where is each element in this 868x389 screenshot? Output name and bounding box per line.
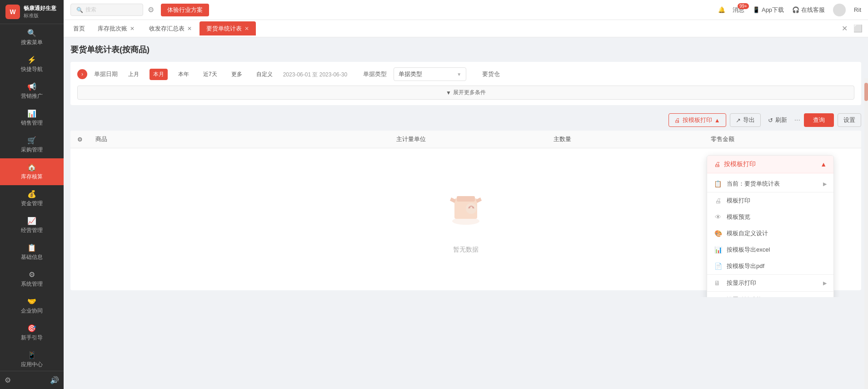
sidebar-item-finance[interactable]: 💰 资金管理 — [0, 185, 64, 212]
current-template-item[interactable]: 📋 当前：要货单统计表 ▶ — [707, 176, 833, 192]
sidebar-item-label: 采购管理 — [21, 146, 43, 154]
col-unit: 主计量单位 — [389, 135, 547, 143]
service-icon: 🎧 — [792, 6, 799, 13]
date-btn-prev-month[interactable]: 上月 — [125, 69, 143, 80]
megaphone-icon: 📢 — [27, 82, 36, 91]
display-chevron-icon: ▶ — [823, 280, 827, 286]
date-btn-last-7[interactable]: 近7天 — [200, 69, 221, 80]
tab-close-receipt-summary[interactable]: ✕ — [187, 25, 192, 32]
template-print-btn[interactable]: 🖨 按模板打印 ▲ — [668, 113, 726, 127]
template-print-dropdown: 🖨 按模板打印 ▲ 📋 当前：要货单统计表 ▶ — [707, 155, 834, 297]
notification-count: 99+ — [738, 3, 749, 9]
sidebar-item-search[interactable]: 🔍 搜索菜单 — [0, 24, 64, 51]
tab-close-inventory-batch[interactable]: ✕ — [130, 25, 135, 32]
online-service[interactable]: 🎧 在线客服 — [792, 6, 825, 14]
type-select[interactable]: 单据类型 ▼ — [394, 67, 466, 81]
settings-chevron-icon: ▶ — [823, 297, 827, 298]
dropdown-body: 📋 当前：要货单统计表 ▶ 🖨 模板打印 👁 — [707, 173, 833, 297]
window-controls: ✕ ⬜ — [839, 23, 863, 34]
dropdown-template-print[interactable]: 🖨 模板打印 — [707, 192, 833, 209]
home-icon: 🏠 — [27, 163, 36, 172]
export-btn[interactable]: ↗ 导出 — [730, 113, 761, 127]
sidebar-item-label: 搜索菜单 — [21, 39, 43, 46]
sidebar-item-sales[interactable]: 📊 销售管理 — [0, 105, 64, 131]
tab-close-order-stats[interactable]: ✕ — [244, 25, 249, 32]
query-type-label: 要货仓 — [482, 70, 500, 78]
query-btn[interactable]: 查询 — [804, 113, 834, 127]
trial-btn[interactable]: 体验行业方案 — [161, 4, 209, 16]
printer-icon: 🖨 — [674, 117, 680, 124]
dropdown-export-pdf[interactable]: 📄 按模板导出pdf — [707, 258, 833, 274]
sidebar-item-marketing[interactable]: 📢 营销推广 — [0, 78, 64, 105]
dropdown-item-label: 按模板导出excel — [727, 246, 770, 254]
sidebar-bottom: ⚙ 🔊 — [0, 371, 64, 389]
maximize-window-icon[interactable]: ⬜ — [853, 23, 863, 34]
tab-home[interactable]: 首页 — [68, 21, 90, 35]
sidebar-item-label: 经营管理 — [21, 227, 43, 234]
sidebar-item-inventory[interactable]: 🏠 库存核算 — [0, 158, 64, 185]
dropdown-template-preview[interactable]: 👁 模板预览 — [707, 209, 833, 225]
expand-label: 展开更多条件 — [453, 89, 486, 96]
date-label: 单据日期 — [94, 70, 118, 78]
settings-btn[interactable]: 设置 — [838, 113, 861, 127]
sidebar-item-label: 系统管理 — [21, 280, 43, 288]
topbar-search[interactable]: 🔍 搜索 — [70, 4, 143, 16]
filter-bar: › 单据日期 上月 本月 本年 近7天 更多 自定义 2023-06-01 至 … — [70, 62, 861, 105]
topbar-settings-icon[interactable]: ⚙ — [148, 5, 154, 14]
sidebar-item-newbie[interactable]: 🎯 新手引导 — [0, 319, 64, 346]
tab-receipt-summary[interactable]: 收发存汇总表 ✕ — [142, 21, 199, 35]
handshake-icon: 🤝 — [27, 297, 36, 306]
sidebar-item-label: 快捷导航 — [21, 66, 43, 73]
table-header: ⚙ 商品 主计量单位 主数量 零售金额 — [70, 131, 861, 148]
col-settings[interactable]: ⚙ — [70, 136, 89, 143]
filter-expand-row[interactable]: ▼ 展开更多条件 — [77, 86, 854, 100]
app-download[interactable]: 📱 App下载 — [753, 6, 784, 14]
sidebar-item-apps[interactable]: 📱 应用中心 — [0, 346, 64, 371]
date-btn-more[interactable]: 更多 — [228, 69, 246, 80]
logo-icon: W — [5, 5, 20, 19]
sidebar-item-basic[interactable]: 📋 基础信息 — [0, 239, 64, 266]
notification-area[interactable]: 🔔 99+ 消息 — [718, 6, 744, 14]
date-btn-current-month[interactable]: 本月 — [150, 69, 168, 80]
cart-icon: 🛒 — [27, 136, 36, 145]
date-btn-current-year[interactable]: 本年 — [175, 69, 193, 80]
expand-icon: ▼ — [446, 90, 451, 96]
filter-expand-btn[interactable]: › — [77, 69, 87, 79]
sidebar-item-operations[interactable]: 📈 经营管理 — [0, 212, 64, 239]
main-area: 🔍 搜索 ⚙ 体验行业方案 🔔 99+ 消息 📱 App下载 🎧 在线客服 Ri… — [64, 0, 868, 389]
refresh-btn[interactable]: ↺ 刷新 — [764, 114, 791, 126]
sound-icon[interactable]: 🔊 — [50, 376, 59, 384]
dropdown-title: 🖨 按模板打印 — [714, 160, 756, 168]
svg-rect-2 — [457, 196, 475, 202]
trend-icon: 📈 — [27, 217, 36, 225]
avatar[interactable] — [833, 4, 846, 16]
dropdown-settings-section: ⚙ 设置默认功能 ▶ — [707, 292, 833, 297]
dropdown-item-label: 模板自定义设计 — [727, 229, 768, 237]
sidebar-item-shortcut[interactable]: ⚡ 快捷导航 — [0, 51, 64, 78]
sidebar-item-label: 库存核算 — [21, 173, 43, 181]
topbar-right: 🔔 99+ 消息 📱 App下载 🎧 在线客服 Rit — [718, 4, 861, 16]
dropdown-close-icon[interactable]: ▲ — [820, 161, 827, 168]
sidebar-item-label: 基础信息 — [21, 253, 43, 261]
preview-icon: 👁 — [714, 213, 722, 221]
tab-inventory-batch[interactable]: 库存批次账 ✕ — [91, 21, 141, 35]
scrollbar-thumb[interactable] — [864, 83, 868, 101]
app-logo: W 畅康通好生意 标准版 — [0, 0, 64, 24]
settings-bottom-icon[interactable]: ⚙ — [5, 376, 11, 384]
dropdown-display-print[interactable]: 🖥 按显示打印 ▶ — [707, 275, 833, 291]
search-placeholder: 搜索 — [85, 6, 96, 14]
close-window-icon[interactable]: ✕ — [839, 23, 850, 34]
display-icon: 🖥 — [714, 279, 722, 287]
date-btn-custom[interactable]: 自定义 — [253, 69, 276, 80]
sidebar-item-purchase[interactable]: 🛒 采购管理 — [0, 131, 64, 158]
target-icon: 🎯 — [27, 324, 36, 333]
page-wrapper: 要货单统计表(按商品) › 单据日期 上月 本月 本年 近7天 更多 自定义 — [64, 37, 868, 389]
money-icon: 💰 — [27, 190, 36, 198]
tab-order-stats[interactable]: 要货单统计表 ✕ — [200, 21, 256, 35]
dropdown-default-func[interactable]: ⚙ 设置默认功能 ▶ — [707, 292, 833, 297]
dropdown-export-excel[interactable]: 📊 按模板导出excel — [707, 242, 833, 258]
more-btn[interactable]: ··· — [794, 116, 800, 124]
sidebar-item-system[interactable]: ⚙ 系统管理 — [0, 266, 64, 293]
dropdown-template-design[interactable]: 🎨 模板自定义设计 — [707, 225, 833, 242]
sidebar-item-enterprise[interactable]: 🤝 企业协同 — [0, 293, 64, 319]
